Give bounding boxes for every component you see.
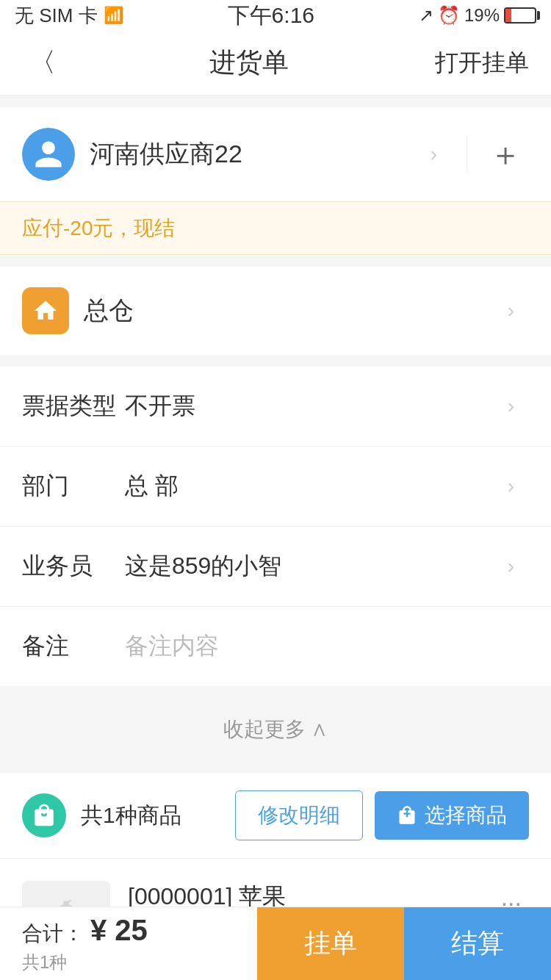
supplier-row[interactable]: 河南供应商22 › ＋ bbox=[0, 107, 551, 201]
location-icon: ↗ bbox=[419, 5, 433, 26]
edit-details-button[interactable]: 修改明细 bbox=[235, 790, 363, 840]
total-section: 合计： ¥ 25 共1种 bbox=[0, 914, 257, 974]
battery-percent: 19% bbox=[464, 5, 500, 26]
page-title: 进货单 bbox=[209, 45, 289, 81]
supplier-chevron-icon: › bbox=[431, 143, 437, 166]
salesperson-label: 业务员 bbox=[22, 550, 125, 583]
wifi-icon: 📶 bbox=[104, 6, 123, 25]
carrier-text: 无 SIM 卡 bbox=[15, 3, 98, 29]
collapse-label: 收起更多 ∧ bbox=[223, 716, 328, 743]
supplier-section: 河南供应商22 › ＋ 应付-20元，现结 bbox=[0, 107, 551, 255]
salesperson-row[interactable]: 业务员 这是859的小智 › bbox=[0, 527, 551, 607]
supplier-avatar bbox=[22, 128, 75, 181]
status-right: ↗ ⏰ 19% bbox=[419, 5, 536, 26]
bottom-bar: 合计： ¥ 25 共1种 挂单 结算 bbox=[0, 907, 551, 980]
total-count: 共1种 bbox=[22, 951, 235, 974]
supplier-info-banner: 应付-20元，现结 bbox=[0, 201, 551, 255]
battery-icon bbox=[504, 7, 536, 24]
back-button[interactable]: 〈 bbox=[22, 37, 63, 88]
warehouse-chevron-icon: › bbox=[508, 299, 514, 323]
checkout-button[interactable]: 结算 bbox=[404, 907, 551, 981]
nav-bar: 〈 进货单 打开挂单 bbox=[0, 31, 551, 96]
hang-button[interactable]: 挂单 bbox=[257, 907, 404, 981]
salesperson-value: 这是859的小智 bbox=[125, 550, 508, 583]
status-bar: 无 SIM 卡 📶 下午6:16 ↗ ⏰ 19% bbox=[0, 0, 551, 31]
department-chevron: › bbox=[508, 475, 514, 498]
select-product-button[interactable]: 选择商品 bbox=[375, 791, 529, 840]
warehouse-row[interactable]: 总仓 › bbox=[0, 267, 551, 355]
person-icon bbox=[32, 138, 65, 170]
status-left: 无 SIM 卡 📶 bbox=[15, 3, 123, 29]
product-id: [0000001] bbox=[128, 883, 239, 909]
collapse-row[interactable]: 收起更多 ∧ bbox=[0, 698, 551, 761]
select-product-icon bbox=[397, 805, 417, 826]
supplier-name: 河南供应商22 bbox=[90, 137, 431, 171]
total-row: 合计： ¥ 25 bbox=[22, 914, 235, 948]
supplier-info-text: 应付-20元，现结 bbox=[22, 217, 175, 239]
warehouse-name: 总仓 bbox=[84, 294, 508, 328]
open-hang-button[interactable]: 打开挂单 bbox=[435, 47, 529, 79]
ticket-type-chevron: › bbox=[508, 394, 514, 418]
department-label: 部门 bbox=[22, 470, 125, 502]
total-amount: ¥ 25 bbox=[90, 914, 148, 946]
alarm-icon: ⏰ bbox=[438, 5, 460, 26]
products-count-label: 共1种商品 bbox=[81, 801, 235, 831]
home-icon bbox=[32, 298, 59, 324]
department-row[interactable]: 部门 总 部 › bbox=[0, 447, 551, 527]
total-label: 合计： bbox=[22, 922, 84, 945]
warehouse-icon bbox=[22, 287, 69, 334]
ticket-type-value: 不开票 bbox=[125, 390, 508, 422]
remark-row[interactable]: 备注 备注内容 bbox=[0, 607, 551, 686]
status-time: 下午6:16 bbox=[228, 1, 314, 31]
ticket-type-label: 票据类型 bbox=[22, 390, 125, 422]
products-header: 共1种商品 修改明细 选择商品 bbox=[0, 773, 551, 859]
divider bbox=[467, 136, 467, 173]
remark-label: 备注 bbox=[22, 630, 125, 663]
warehouse-section: 总仓 › bbox=[0, 267, 551, 355]
add-supplier-button[interactable]: ＋ bbox=[482, 133, 529, 176]
salesperson-chevron: › bbox=[508, 555, 514, 578]
product-section-icon bbox=[22, 793, 66, 837]
shopping-bag-icon bbox=[32, 803, 57, 828]
remark-input[interactable]: 备注内容 bbox=[125, 630, 529, 663]
select-product-label: 选择商品 bbox=[425, 801, 507, 829]
product-title: 苹果 bbox=[239, 883, 286, 909]
department-value: 总 部 bbox=[125, 470, 508, 502]
ticket-type-row[interactable]: 票据类型 不开票 › bbox=[0, 367, 551, 447]
form-section: 票据类型 不开票 › 部门 总 部 › 业务员 这是859的小智 › 备注 备注… bbox=[0, 367, 551, 686]
